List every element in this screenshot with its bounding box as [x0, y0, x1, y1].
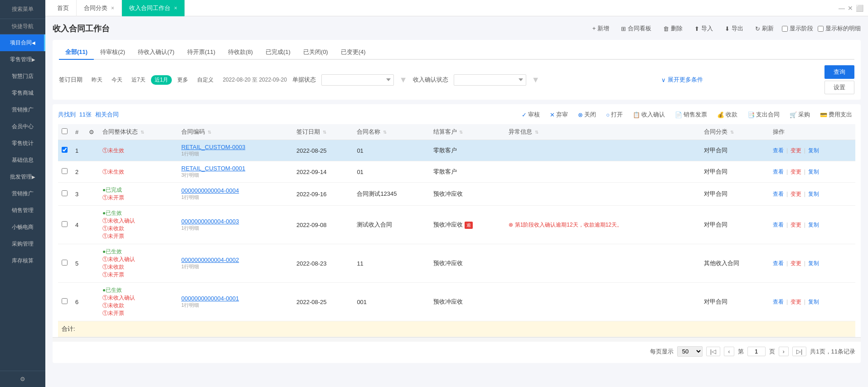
- sidebar-item-basic[interactable]: 基础信息: [0, 152, 45, 169]
- action-btn-审核[interactable]: ✓审核: [519, 109, 543, 121]
- sidebar-item-online-store[interactable]: 零售商城: [0, 85, 45, 102]
- restore-button[interactable]: ⬜: [856, 5, 863, 12]
- row-checkbox[interactable]: [62, 147, 68, 153]
- action-btn-采购[interactable]: 🛒采购: [786, 109, 813, 121]
- op-复制[interactable]: 复制: [808, 222, 819, 228]
- expand-conditions-button[interactable]: ∨ 展开更多条件: [661, 76, 703, 84]
- tab-合同分类[interactable]: 合同分类×: [77, 0, 122, 16]
- tab-收入合同工作台[interactable]: 收入合同工作台×: [122, 0, 185, 16]
- op-查看[interactable]: 查看: [773, 169, 784, 175]
- action-btn-打开[interactable]: ○打开: [603, 109, 626, 121]
- show-fields-checkbox[interactable]: 显示阶段: [782, 24, 813, 33]
- horizontal-scrollbar[interactable]: [53, 337, 861, 342]
- sidebar-item-stats[interactable]: 零售统计: [0, 135, 45, 152]
- contract-code-link[interactable]: 0000000000004-0002: [181, 256, 239, 263]
- op-变更[interactable]: 变更: [790, 191, 801, 197]
- delete-button[interactable]: 🗑 删除: [659, 23, 686, 34]
- action-btn-销售发票[interactable]: 📄销售发票: [672, 109, 710, 121]
- tab-close-button[interactable]: ×: [174, 5, 177, 11]
- action-btn-弃审[interactable]: ✕弃审: [547, 109, 571, 121]
- contract-code-link[interactable]: 0000000000004-0003: [181, 218, 239, 225]
- tab-close-button[interactable]: ×: [111, 5, 114, 11]
- sidebar-item-inventory[interactable]: 库存核算: [0, 252, 45, 269]
- prev-page-button[interactable]: ‹: [724, 347, 734, 356]
- filter-tab-待收款[interactable]: 待收款(8): [222, 45, 259, 60]
- row-checkbox[interactable]: [62, 190, 68, 196]
- setting-button[interactable]: 设置: [824, 81, 854, 94]
- sidebar-item-ecommerce[interactable]: 小畅电商: [0, 219, 45, 236]
- income-confirm-select[interactable]: [454, 74, 526, 86]
- op-查看[interactable]: 查看: [773, 191, 784, 197]
- date-btn-更多[interactable]: 更多: [174, 75, 192, 85]
- action-btn-收款[interactable]: 💰收款: [714, 109, 741, 121]
- contract-code-link[interactable]: 0000000000004-0001: [181, 295, 239, 302]
- filter-tab-待审核[interactable]: 待审核(2): [94, 45, 131, 60]
- op-变更[interactable]: 变更: [790, 299, 801, 305]
- page-number-input[interactable]: [747, 347, 766, 356]
- op-复制[interactable]: 复制: [808, 169, 819, 175]
- filter-tab-已完成[interactable]: 已完成(1): [259, 45, 297, 60]
- sidebar-item-purchase[interactable]: 采购管理: [0, 236, 45, 252]
- row-checkbox[interactable]: [62, 221, 68, 227]
- first-page-button[interactable]: |◁: [706, 347, 720, 356]
- kanban-button[interactable]: ⊞ 合同看板: [617, 23, 655, 34]
- import-button[interactable]: ⬆ 导入: [691, 23, 717, 34]
- next-page-button[interactable]: ›: [779, 347, 789, 356]
- contract-code-link[interactable]: RETAIL_CUSTOM-0001: [181, 165, 245, 172]
- filter-tab-已变更[interactable]: 已变更(4): [335, 45, 372, 60]
- date-btn-今天[interactable]: 今天: [108, 75, 126, 85]
- sidebar-item-member[interactable]: 会员中心: [0, 118, 45, 135]
- sidebar-item-smart-store[interactable]: 智慧门店: [0, 68, 45, 85]
- last-page-button[interactable]: ▷|: [792, 347, 806, 356]
- select-all-checkbox[interactable]: [62, 128, 68, 134]
- sidebar-quick-nav[interactable]: 快捷导航: [0, 19, 45, 34]
- row-checkbox[interactable]: [62, 298, 68, 304]
- sidebar-item-project[interactable]: 项目合同◀: [0, 34, 45, 51]
- op-查看[interactable]: 查看: [773, 222, 784, 228]
- action-btn-关闭[interactable]: ⊗关闭: [575, 109, 599, 121]
- row-checkbox[interactable]: [62, 260, 68, 266]
- query-button[interactable]: 查询: [824, 65, 854, 79]
- sidebar-item-marketing[interactable]: 营销推广: [0, 102, 45, 118]
- contract-code-link[interactable]: RETAIL_CUSTOM-0003: [181, 144, 245, 150]
- page-size-select[interactable]: 50 100 200: [677, 346, 703, 357]
- action-btn-支出合同[interactable]: 📑支出合同: [744, 109, 783, 121]
- op-复制[interactable]: 复制: [808, 147, 819, 154]
- filter-tab-已关闭[interactable]: 已关闭(0): [297, 45, 335, 60]
- op-查看[interactable]: 查看: [773, 260, 784, 266]
- sidebar-item-sales[interactable]: 销售管理: [0, 202, 45, 219]
- export-button[interactable]: ⬇ 导出: [721, 23, 747, 34]
- action-btn-费用支出[interactable]: 💳费用支出: [817, 109, 855, 121]
- sidebar-item-mkt2[interactable]: 营销推广: [0, 185, 45, 202]
- date-btn-昨天[interactable]: 昨天: [88, 75, 106, 85]
- show-details-checkbox[interactable]: 显示标的明细: [818, 24, 861, 33]
- filter-tab-待收入确认[interactable]: 待收入确认(7): [131, 45, 181, 60]
- op-复制[interactable]: 复制: [808, 299, 819, 305]
- contract-code-link[interactable]: 0000000000004-0004: [181, 187, 239, 194]
- sidebar-settings[interactable]: ⚙: [0, 371, 45, 387]
- close-window-button[interactable]: ✕: [848, 5, 853, 12]
- op-复制[interactable]: 复制: [808, 191, 819, 197]
- op-查看[interactable]: 查看: [773, 147, 784, 154]
- row-checkbox[interactable]: [62, 168, 68, 174]
- op-复制[interactable]: 复制: [808, 260, 819, 266]
- date-btn-自定义[interactable]: 自定义: [194, 75, 217, 85]
- sidebar-item-retail[interactable]: 零售管理▶: [0, 51, 45, 68]
- minimize-button[interactable]: —: [839, 5, 845, 12]
- sidebar-item-wholesale[interactable]: 批发管理▶: [0, 169, 45, 185]
- refresh-button[interactable]: ↻ 刷新: [752, 23, 777, 34]
- date-btn-近1月[interactable]: 近1月: [151, 75, 172, 85]
- filter-tab-待开票[interactable]: 待开票(11): [181, 45, 222, 60]
- op-变更[interactable]: 变更: [790, 169, 801, 175]
- doc-status-select[interactable]: [321, 74, 394, 86]
- op-查看[interactable]: 查看: [773, 299, 784, 305]
- action-btn-收入确认[interactable]: 📋收入确认: [630, 109, 668, 121]
- settings-col-header[interactable]: ⚙: [85, 124, 99, 140]
- op-变更[interactable]: 变更: [790, 147, 801, 154]
- filter-tab-全部[interactable]: 全部(11): [59, 45, 94, 60]
- new-button[interactable]: + 新增: [589, 23, 613, 34]
- tab-首页[interactable]: 首页: [50, 0, 77, 16]
- sidebar-search[interactable]: 搜索菜单: [0, 0, 45, 19]
- op-变更[interactable]: 变更: [790, 222, 801, 228]
- op-变更[interactable]: 变更: [790, 260, 801, 266]
